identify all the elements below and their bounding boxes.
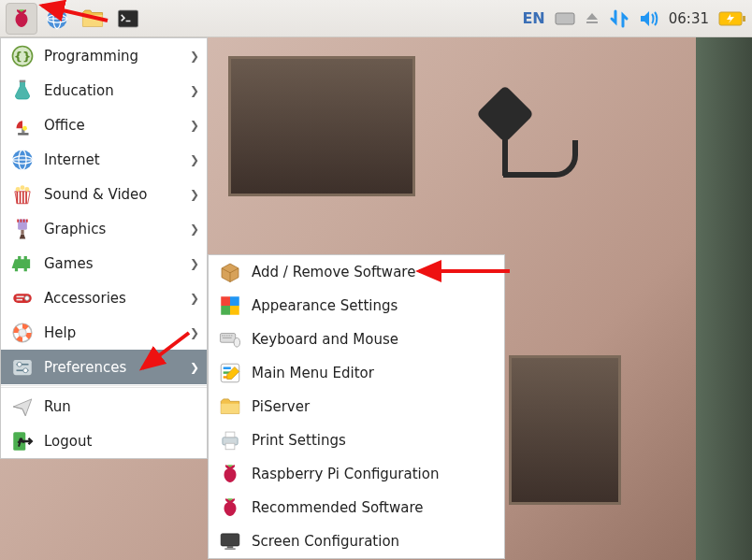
box-icon <box>216 258 244 286</box>
submenu-item-label: Main Menu Editor <box>252 365 497 381</box>
chevron-right-icon: ❯ <box>190 50 199 63</box>
knife-icon <box>8 284 36 312</box>
globe-icon <box>8 146 36 174</box>
menu-item-internet[interactable]: Internet❯ <box>1 142 207 177</box>
menu-item-label: Office <box>44 117 190 134</box>
menu-item-label: Internet <box>44 151 190 168</box>
lamp-icon <box>8 111 36 139</box>
sliders-icon <box>10 355 35 380</box>
network-tray-icon[interactable] <box>609 8 629 29</box>
buoy-icon <box>8 319 36 347</box>
box-icon <box>218 260 242 284</box>
menu-item-logout[interactable]: Logout <box>1 424 207 458</box>
monitor-icon <box>216 527 244 555</box>
menu-item-run[interactable]: Run <box>1 389 207 424</box>
submenu-item-label: Keyboard and Mouse <box>252 331 497 348</box>
battery-tray-icon[interactable] <box>718 11 746 26</box>
printer-icon <box>218 428 242 452</box>
submenu-item-label: Recommended Software <box>252 499 497 516</box>
submenu-item-recommended-software[interactable]: Recommended Software <box>209 491 504 524</box>
svg-point-20 <box>24 186 29 191</box>
svg-rect-36 <box>221 296 230 306</box>
svg-point-18 <box>16 186 21 191</box>
terminal-icon <box>116 7 140 31</box>
svg-text:{}: {} <box>14 49 32 63</box>
menu-item-label: Programming <box>44 48 190 65</box>
menu-item-education[interactable]: Education❯ <box>1 73 207 108</box>
volume-tray-icon[interactable] <box>639 9 659 28</box>
kbmouse-icon <box>216 325 244 353</box>
menu-item-graphics[interactable]: Graphics❯ <box>1 211 207 246</box>
chevron-right-icon: ❯ <box>190 188 199 201</box>
knife-icon <box>10 286 35 310</box>
chevron-right-icon: ❯ <box>190 257 199 270</box>
submenu-item-label: Print Settings <box>252 432 497 449</box>
menueditor-icon <box>218 361 242 385</box>
menu-item-label: Education <box>44 82 190 99</box>
svg-point-28 <box>19 328 26 336</box>
popcorn-icon <box>10 182 35 207</box>
clock[interactable]: 06:31 <box>669 10 709 27</box>
submenu-item-label: Raspberry Pi Configuration <box>252 466 497 482</box>
appearance-icon <box>216 292 244 320</box>
eject-tray-icon[interactable] <box>585 11 600 26</box>
preferences-submenu: Add / Remove SoftwareAppearance Settings… <box>208 254 505 559</box>
globe-icon <box>10 148 35 172</box>
lamp-icon <box>10 113 35 137</box>
svg-rect-29 <box>13 359 32 374</box>
svg-rect-4 <box>118 10 137 27</box>
chevron-right-icon: ❯ <box>190 292 199 305</box>
menu-item-label: Games <box>44 255 190 272</box>
submenu-item-print-settings[interactable]: Print Settings <box>209 424 504 457</box>
brush-icon <box>10 217 35 241</box>
flask-icon <box>8 77 36 105</box>
submenu-item-raspberry-pi-configuration[interactable]: Raspberry Pi Configuration <box>209 457 504 491</box>
submenu-item-main-menu-editor[interactable]: Main Menu Editor <box>209 356 504 390</box>
submenu-item-screen-configuration[interactable]: Screen Configuration <box>209 524 504 558</box>
svg-rect-5 <box>556 13 574 24</box>
paperplane-icon <box>8 393 36 421</box>
kbmouse-icon <box>218 327 242 352</box>
annotation-arrow <box>412 260 514 286</box>
popcorn-icon <box>8 180 36 208</box>
buoy-icon <box>10 321 35 345</box>
submenu-item-label: Screen Configuration <box>252 533 497 550</box>
svg-rect-12 <box>18 133 28 135</box>
svg-rect-47 <box>225 432 235 438</box>
exit-icon <box>10 429 35 453</box>
raspberry-icon <box>218 462 242 486</box>
svg-point-33 <box>23 367 28 372</box>
taskbar-terminal-button[interactable] <box>112 3 144 35</box>
svg-rect-25 <box>17 298 23 300</box>
paperplane-icon <box>10 395 35 419</box>
chevron-right-icon: ❯ <box>190 153 199 166</box>
svg-rect-43 <box>224 367 231 369</box>
menu-item-programming[interactable]: {}Programming❯ <box>1 38 207 73</box>
submenu-item-label: PiServer <box>252 398 497 415</box>
menu-item-sound-video[interactable]: Sound & Video❯ <box>1 177 207 211</box>
submenu-item-keyboard-and-mouse[interactable]: Keyboard and Mouse <box>209 323 504 356</box>
keyboard-layout-indicator[interactable]: EN <box>522 9 544 27</box>
folder-icon <box>216 393 244 421</box>
svg-rect-22 <box>21 229 23 234</box>
svg-rect-38 <box>221 306 230 315</box>
menu-item-label: Sound & Video <box>44 186 190 203</box>
svg-rect-24 <box>17 295 24 297</box>
menu-item-games[interactable]: Games❯ <box>1 246 207 280</box>
svg-point-32 <box>17 362 22 366</box>
svg-rect-48 <box>225 443 235 450</box>
menu-item-label: Logout <box>44 433 199 450</box>
submenu-item-appearance-settings[interactable]: Appearance Settings <box>209 289 504 323</box>
submenu-item-piserver[interactable]: PiServer <box>209 390 504 424</box>
braces-icon: {} <box>8 42 36 70</box>
svg-point-19 <box>21 185 25 190</box>
braces-icon: {} <box>10 44 35 68</box>
svg-point-26 <box>24 295 29 300</box>
invader-icon <box>10 251 35 276</box>
menu-item-accessories[interactable]: Accessories❯ <box>1 280 207 315</box>
menu-item-label: Run <box>44 398 199 415</box>
menu-item-label: Accessories <box>44 290 190 307</box>
menu-item-office[interactable]: Office❯ <box>1 108 207 142</box>
invader-icon <box>8 250 36 278</box>
display-tray-icon[interactable] <box>555 10 575 27</box>
